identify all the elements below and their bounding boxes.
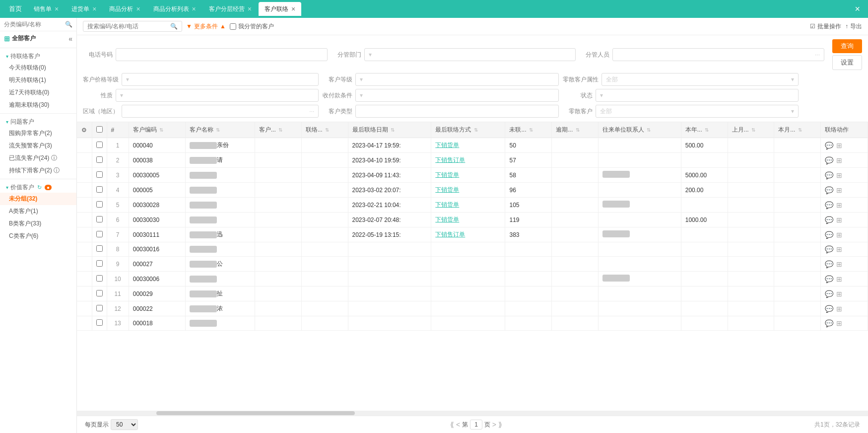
col-this-year[interactable]: 本年... ⇅ [681,122,728,138]
nav-prev-btn[interactable]: < [456,421,460,429]
export-btn[interactable]: ↑ 导出 [845,22,862,31]
grid-icon[interactable]: ⊞ [836,260,842,268]
sidebar-group-problem-customers[interactable]: ▾ 问题客户 [0,116,76,127]
row-checkbox[interactable] [96,171,103,178]
scrollbar-thumb[interactable] [156,411,355,415]
price-level-input[interactable]: ▾ [122,73,319,86]
sidebar-group-value-customers[interactable]: ▾ 价值客户 ↻ ● [0,181,76,193]
row-checkbox[interactable] [96,260,103,267]
tab-purchase-order[interactable]: 进货单 × [66,2,102,16]
select-all-checkbox[interactable] [96,126,103,133]
batch-ops-btn[interactable]: ☑ 批量操作 [810,22,841,31]
page-number[interactable]: 1 [470,420,482,430]
status-input[interactable]: ▾ [596,89,799,102]
sidebar-item-unclassified[interactable]: 未分组(32) [0,193,76,205]
close-window-icon[interactable]: × [851,4,864,14]
sidebar-item-today-pending[interactable]: 今天待联络(0) [0,62,76,74]
last-method-link[interactable]: 下销货单 [435,171,459,178]
row-checkbox[interactable] [96,290,103,296]
grid-icon[interactable]: ⊞ [836,171,842,179]
search-box[interactable]: 🔍 [83,21,182,32]
phone-input[interactable] [116,48,328,61]
col-contact-person[interactable]: 往来单位联系人 ⇅ [599,122,681,138]
col-this-month[interactable]: 本月... ⇅ [774,122,821,138]
grid-icon[interactable]: ⊞ [836,186,842,194]
close-icon[interactable]: × [92,5,96,12]
col-settings[interactable]: ⚙ [77,122,92,138]
region-input[interactable]: ··· [122,105,319,118]
row-checkbox[interactable] [96,156,103,163]
grid-icon[interactable]: ⊞ [836,305,842,313]
grid-icon[interactable]: ⊞ [836,231,842,239]
row-checkbox[interactable] [96,305,103,311]
row-checkbox[interactable] [96,186,103,193]
chat-icon[interactable]: 💬 [825,231,833,239]
customer-level-input[interactable]: ▾ [355,73,558,86]
sidebar-item-class-b[interactable]: B类客户(33) [0,217,76,230]
last-method-link[interactable]: 下销货单 [435,186,459,193]
grid-icon[interactable]: ⊞ [836,290,842,298]
chat-icon[interactable]: 💬 [825,201,833,209]
chat-icon[interactable]: 💬 [825,245,833,253]
more-conditions-btn[interactable]: ▼ 更多条件 ▲ [186,22,226,31]
sidebar-item-tomorrow-pending[interactable]: 明天待联络(1) [0,74,76,86]
sidebar-item-class-a[interactable]: A类客户(1) [0,205,76,217]
row-checkbox[interactable] [96,319,103,326]
tab-home[interactable]: 首页 [4,4,27,13]
chat-icon[interactable]: 💬 [825,319,833,327]
close-icon[interactable]: × [55,5,59,12]
chat-icon[interactable]: 💬 [825,260,833,268]
col-last-method[interactable]: 最后联络方式 ⇅ [431,122,505,138]
row-checkbox[interactable] [96,231,103,237]
tab-product-analysis[interactable]: 商品分析 × [103,2,146,16]
last-method-link[interactable]: 下销售订单 [435,156,465,163]
sidebar-item-overdue-pending[interactable]: 逾期未联络(30) [0,99,76,111]
close-icon[interactable]: × [192,5,196,12]
sidebar-item-declining[interactable]: 持续下滑客户(2) ⓘ [0,164,76,177]
col-code[interactable]: 客户编码 ⇅ [129,122,185,138]
customer-type-input[interactable] [355,105,558,118]
refresh-icon[interactable]: ↻ [37,184,42,191]
chat-icon[interactable]: 💬 [825,305,833,313]
grid-icon[interactable]: ⊞ [836,245,842,253]
last-method-link[interactable]: 下销货单 [435,201,459,208]
col-overdue[interactable]: 逾期... ⇅ [552,122,599,138]
row-checkbox[interactable] [96,245,103,252]
col-name[interactable]: 客户名称 ⇅ [185,122,255,138]
search-input[interactable] [87,23,168,30]
grid-icon[interactable]: ⊞ [836,275,842,283]
row-checkbox[interactable] [96,275,103,282]
chat-icon[interactable]: 💬 [825,186,833,194]
nav-last-btn[interactable]: ⟫ [498,421,502,429]
nav-first-btn[interactable]: ⟪ [450,421,454,429]
chat-icon[interactable]: 💬 [825,171,833,179]
close-icon[interactable]: × [248,5,252,12]
last-method-link[interactable]: 下销售订单 [435,231,465,238]
last-method-link[interactable]: 下销货单 [435,142,459,148]
chat-icon[interactable]: 💬 [825,156,833,164]
collapse-icon[interactable]: « [68,35,72,43]
nav-next-btn[interactable]: > [492,421,496,429]
per-page-select[interactable]: 50 100 [111,419,138,430]
row-checkbox[interactable] [96,216,103,222]
sidebar-search-input[interactable] [4,21,63,28]
chat-icon[interactable]: 💬 [825,290,833,298]
retail-customer-input[interactable]: 全部 ▾ [596,105,799,118]
last-method-link[interactable]: 下销货单 [435,216,459,223]
grid-icon[interactable]: ⊞ [836,156,842,164]
close-icon[interactable]: × [136,5,140,12]
row-checkbox[interactable] [96,201,103,208]
row-checkbox[interactable] [96,142,103,148]
reset-button[interactable]: 设置 [832,55,862,70]
search-icon[interactable]: 🔍 [170,23,178,30]
col-not-contacted[interactable]: 未联... ⇅ [505,122,552,138]
payment-input[interactable]: ▾ [355,89,558,102]
col-contact[interactable]: 联络... ⇅ [301,122,348,138]
col-type[interactable]: 客户... ⇅ [255,122,301,138]
grid-icon[interactable]: ⊞ [836,142,842,149]
sidebar-item-7day-pending[interactable]: 近7天待联络(0) [0,86,76,99]
chat-icon[interactable]: 💬 [825,275,833,283]
grid-icon[interactable]: ⊞ [836,216,842,224]
dept-input[interactable]: ▾ [364,48,576,61]
sidebar-item-hoarding-abnormal[interactable]: 囤购异常客户(2) [0,127,76,140]
